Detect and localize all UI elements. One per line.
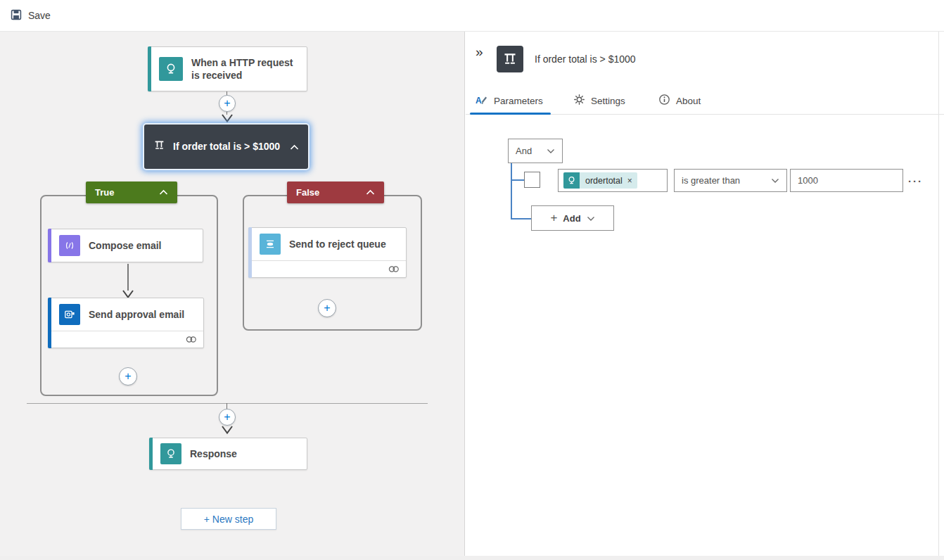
condition-editor-panel: » If order total is > $1000 A Parameters xyxy=(466,32,944,560)
condition-row-checkbox[interactable] xyxy=(524,172,540,188)
true-branch-header[interactable]: True xyxy=(86,182,177,203)
http-token-icon xyxy=(563,172,580,189)
plus-icon: + xyxy=(324,302,330,314)
trigger-title: When a HTTP request is received xyxy=(191,56,307,82)
queue-icon xyxy=(260,234,281,255)
group-operator-value: And xyxy=(516,146,532,156)
reject-accent-bar xyxy=(248,227,252,278)
bottom-strip xyxy=(0,556,944,560)
chevron-up-icon[interactable] xyxy=(159,187,168,198)
save-button[interactable]: Save xyxy=(11,9,51,23)
connection-footer xyxy=(49,331,203,348)
operator-dropdown[interactable]: is greater than xyxy=(674,169,787,192)
compose-title: Compose email xyxy=(89,239,168,252)
row-menu-button[interactable]: ··· xyxy=(908,175,923,187)
plus-icon: + xyxy=(224,97,230,110)
token-label: ordertotal xyxy=(585,176,623,186)
plus-icon: + xyxy=(224,411,230,424)
http-response-icon xyxy=(160,443,181,464)
collapse-chevron-icon[interactable] xyxy=(290,141,299,153)
approval-accent-bar xyxy=(48,298,51,348)
condition-icon xyxy=(153,139,165,154)
response-accent-bar xyxy=(149,438,153,470)
add-condition-button[interactable]: + Add xyxy=(531,205,614,231)
operand-field[interactable]: ordertotal × xyxy=(558,169,668,192)
flow-designer: Save When a HTTP request is received + xyxy=(0,0,944,560)
merge-line xyxy=(27,403,428,404)
chevron-down-icon xyxy=(547,146,555,156)
save-label: Save xyxy=(28,10,51,21)
trigger-accent-bar xyxy=(148,46,151,91)
compose-icon xyxy=(59,235,80,256)
tab-settings[interactable]: Settings xyxy=(573,91,625,110)
condition-panel-icon xyxy=(497,46,523,72)
remove-token-button[interactable]: × xyxy=(627,176,632,186)
condition-card[interactable]: If order total is > $1000 xyxy=(144,125,308,169)
builder-wire xyxy=(511,163,512,219)
response-title: Response xyxy=(190,447,244,460)
approval-title: Send approval email xyxy=(89,308,191,321)
arrow-down-icon xyxy=(221,425,234,435)
false-branch-label: False xyxy=(296,187,319,198)
builder-wire xyxy=(511,218,531,219)
dynamic-content-token[interactable]: ordertotal × xyxy=(563,172,637,189)
false-branch-header[interactable]: False xyxy=(287,182,384,203)
tab-settings-label: Settings xyxy=(591,96,625,106)
tab-about[interactable]: About xyxy=(658,91,701,110)
connection-footer xyxy=(249,260,406,277)
builder-wire xyxy=(511,179,524,181)
response-card[interactable]: Response xyxy=(149,438,307,470)
svg-text:A: A xyxy=(476,95,482,105)
value-input[interactable] xyxy=(790,169,903,192)
tab-bar: A Parameters Settings xyxy=(466,91,944,115)
new-step-button[interactable]: + New step xyxy=(181,508,276,530)
arrow-down-icon xyxy=(221,113,234,123)
connection-link-icon[interactable] xyxy=(186,336,197,343)
command-bar: Save xyxy=(0,0,944,32)
chevron-down-icon xyxy=(771,175,779,186)
chevron-up-icon[interactable] xyxy=(366,187,375,198)
add-action-false-button[interactable]: + xyxy=(318,299,336,317)
panel-right-edge xyxy=(938,32,939,556)
add-label: Add xyxy=(563,213,580,224)
gear-icon xyxy=(573,94,585,108)
approval-email-card[interactable]: Send approval email xyxy=(48,298,204,348)
connection-link-icon[interactable] xyxy=(388,265,400,273)
tab-parameters[interactable]: A Parameters xyxy=(476,91,543,110)
trigger-card[interactable]: When a HTTP request is received xyxy=(148,46,307,91)
tab-about-label: About xyxy=(676,96,701,106)
plus-icon: + xyxy=(125,370,131,383)
collapse-panel-button[interactable]: » xyxy=(476,44,483,60)
reject-title: Send to reject queue xyxy=(289,238,393,250)
group-operator-dropdown[interactable]: And xyxy=(508,139,563,163)
info-icon xyxy=(658,94,670,108)
parameters-icon: A xyxy=(476,94,488,108)
active-tab-underline xyxy=(470,113,551,115)
compose-email-card[interactable]: Compose email xyxy=(48,229,203,262)
http-request-icon xyxy=(159,57,183,81)
operator-value: is greater than xyxy=(682,175,740,186)
insert-step-button[interactable]: + xyxy=(219,95,236,112)
tab-parameters-label: Parameters xyxy=(494,96,543,106)
arrow-down-icon xyxy=(122,264,134,299)
save-icon xyxy=(11,9,22,23)
chevron-down-icon xyxy=(587,212,595,224)
new-step-label: + New step xyxy=(204,514,253,525)
insert-step-button[interactable]: + xyxy=(219,409,236,426)
plus-icon: + xyxy=(550,211,557,225)
flow-canvas[interactable]: When a HTTP request is received + If ord… xyxy=(0,32,465,560)
panel-title: If order total is > $1000 xyxy=(535,53,636,65)
outlook-icon xyxy=(59,304,80,325)
compose-accent-bar xyxy=(48,229,51,262)
true-branch-label: True xyxy=(95,187,114,198)
reject-queue-card[interactable]: Send to reject queue xyxy=(248,227,407,278)
add-action-true-button[interactable]: + xyxy=(119,367,137,386)
condition-title: If order total is > $1000 xyxy=(173,140,290,153)
